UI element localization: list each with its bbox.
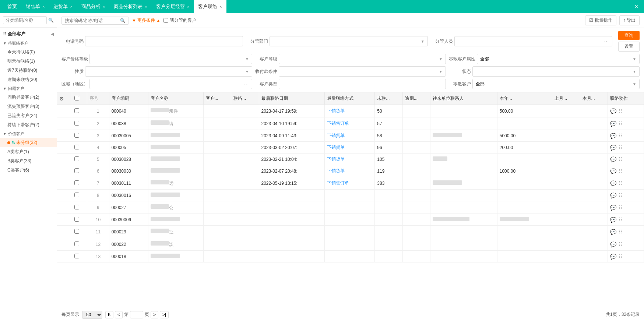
row-gear[interactable] [57,214,72,226]
close-tab-icon[interactable]: × [145,4,147,9]
message-icon[interactable]: 💬 [610,108,616,114]
message-icon[interactable]: 💬 [610,193,616,198]
row-check-input[interactable] [74,108,79,113]
row-gear[interactable] [57,177,72,190]
row-check-input[interactable] [74,241,79,246]
row-checkbox[interactable] [72,165,87,177]
row-check-input[interactable] [74,217,79,222]
dept-select[interactable]: ▼ [270,36,427,46]
page-number-input[interactable]: 1 [130,311,143,318]
row-gear[interactable] [57,117,72,130]
next-page-button[interactable]: > [151,311,158,318]
row-checkbox[interactable] [72,130,87,142]
sidebar-search-input[interactable] [3,16,47,24]
message-icon[interactable]: 💬 [610,133,616,139]
reset-button[interactable]: 设置 [618,42,640,52]
my-customer-checkbox[interactable]: 我分管的客户 [163,17,196,24]
grid-action-icon[interactable]: ⠿ [619,241,622,247]
col-name[interactable]: 客户名称 [148,92,203,105]
message-icon[interactable]: 💬 [610,217,616,223]
row-checkbox[interactable] [72,238,87,251]
col-type[interactable]: 客户... [203,92,231,105]
grid-action-icon[interactable]: ⠿ [619,121,622,127]
row-last-way[interactable]: 下销货单 [324,154,374,165]
row-checkbox[interactable] [72,105,87,117]
export-button[interactable]: ↑ 导出 [619,15,640,25]
grid-action-icon[interactable]: ⠿ [619,156,622,162]
row-checkbox[interactable] [72,154,87,165]
cust-level-select[interactable]: ▼ [279,54,446,64]
status-select[interactable]: ▼ [472,66,640,77]
region-dots[interactable]: ··· [244,81,249,87]
sidebar-section-2[interactable]: ▼价值客户 [0,130,57,138]
row-check-input[interactable] [74,205,79,209]
row-last-way[interactable] [324,214,374,226]
grid-action-icon[interactable]: ⠿ [619,180,622,186]
row-gear[interactable] [57,142,72,154]
row-gear[interactable] [57,201,72,214]
row-last-way[interactable]: 下销售订单 [324,177,374,190]
message-icon[interactable]: 💬 [610,180,616,186]
grid-action-icon[interactable]: ⠿ [619,193,622,198]
grid-action-icon[interactable]: ⠿ [619,254,622,260]
row-gear[interactable] [57,251,72,262]
region-select[interactable]: ··· [89,79,252,89]
sidebar-section-0[interactable]: ▼待联络客户 [0,39,57,47]
col-gear[interactable]: ⚙ [57,92,72,105]
sidebar-item-1-0[interactable]: 固购异常客户(2) [0,93,57,102]
nav-tab-商品分析列表[interactable]: 商品分析列表× [109,0,151,13]
nav-tab-客户联络[interactable]: 客户联络× [194,0,226,13]
row-check-input[interactable] [74,254,79,258]
row-gear[interactable] [57,130,72,142]
close-all-button[interactable]: × [632,3,641,10]
row-last-way[interactable] [324,238,374,251]
sidebar-item-0-3[interactable]: 逾期未联络(30) [0,75,57,84]
nav-home[interactable]: 首页 [3,3,21,10]
row-checkbox[interactable] [72,226,87,238]
payment-select[interactable]: ▼ [279,66,446,77]
refresh-icon[interactable]: ↻ [12,140,15,145]
row-checkbox[interactable] [72,190,87,201]
grid-action-icon[interactable]: ⠿ [619,108,622,114]
grid-action-icon[interactable]: ⠿ [619,205,622,211]
close-tab-icon[interactable]: × [70,4,72,9]
col-this-month[interactable]: 本月... [580,92,608,105]
row-gear[interactable] [57,238,72,251]
col-contact-person[interactable]: 往来单位联系人 [430,92,497,105]
row-checkbox[interactable] [72,142,87,154]
close-tab-icon[interactable]: × [42,4,45,9]
row-last-way[interactable]: 下销售订单 [324,117,374,130]
nav-tab-进货单[interactable]: 进货单× [49,0,77,13]
sidebar-item-0-1[interactable]: 明天待联络(1) [0,57,57,66]
more-filter-button[interactable]: ▼ 更多条件 ▲ [132,17,161,24]
row-checkbox[interactable] [72,251,87,262]
row-last-way[interactable] [324,201,374,214]
row-last-way[interactable]: 下销货单 [324,130,374,142]
nav-tab-商品分析[interactable]: 商品分析× [77,0,109,13]
row-gear[interactable] [57,105,72,117]
col-last-date[interactable]: 最后联络日期 [259,92,324,105]
row-last-way[interactable] [324,190,374,201]
nav-tab-销售单[interactable]: 销售单× [21,0,49,13]
person-dots[interactable]: ··· [604,39,609,44]
sidebar-search-icon[interactable]: 🔍 [48,18,54,23]
grid-action-icon[interactable]: ⠿ [619,168,622,174]
row-check-input[interactable] [74,193,79,197]
batch-op-button[interactable]: ☑ 批量操作 [585,15,616,25]
row-check-input[interactable] [74,133,79,138]
sidebar-item-1-1[interactable]: 流失预警客户(3) [0,102,57,111]
close-tab-icon[interactable]: × [103,4,105,9]
scatter-cust-select[interactable]: 全部 ▼ [472,79,640,89]
message-icon[interactable]: 💬 [610,168,616,174]
close-tab-icon[interactable]: × [219,4,222,9]
close-tab-icon[interactable]: × [187,4,189,9]
row-check-input[interactable] [74,145,79,149]
row-last-way[interactable] [324,251,374,262]
sidebar-item-1-3[interactable]: 持续下滑客户(2) [0,120,57,130]
col-code[interactable]: 客户编码 [109,92,148,105]
phone-input[interactable] [85,36,243,46]
row-checkbox[interactable] [72,201,87,214]
message-icon[interactable]: 💬 [610,241,616,247]
sidebar-item-0-2[interactable]: 近7天待联络(0) [0,66,57,75]
sidebar-section-1[interactable]: ▼问题客户 [0,84,57,93]
